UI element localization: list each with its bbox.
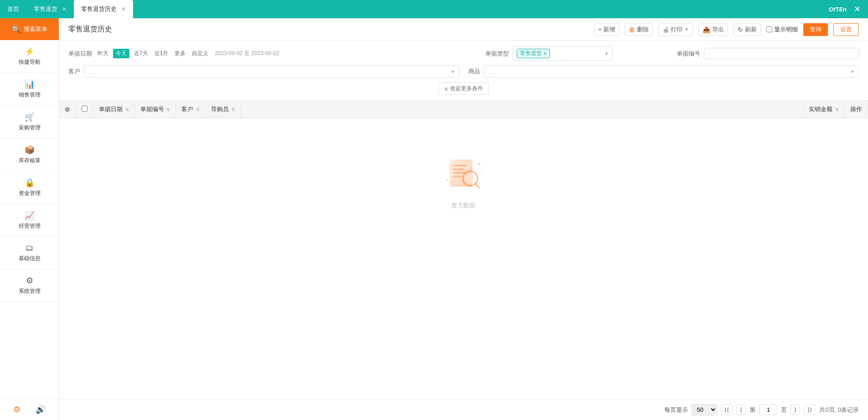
new-button-label: + 新增: [598, 26, 615, 34]
th-guide-label: 导购员: [211, 106, 229, 113]
top-bar-right: OfTEn ✕: [829, 5, 868, 13]
th-guide-sort-icon[interactable]: ⇅: [231, 107, 235, 112]
tab-retail-return-close[interactable]: ✕: [62, 6, 67, 12]
th-doc-no-sort-icon[interactable]: ⇅: [166, 107, 170, 112]
th-customer-label: 客户: [181, 106, 193, 113]
sidebar-item-quick-nav[interactable]: ⚡ 快捷导航: [0, 40, 59, 73]
sidebar-item-basic-info[interactable]: 🗂 基础信息: [0, 237, 59, 269]
search-icon: 🔍: [12, 25, 21, 34]
last-page-button[interactable]: ⟩⟩: [804, 405, 816, 415]
collapse-filter-button[interactable]: ∧ 收起更多条件: [438, 82, 489, 95]
delete-button[interactable]: 🗑 删除: [625, 23, 653, 36]
export-button-label: 导出: [712, 26, 724, 34]
doc-no-input[interactable]: [704, 48, 859, 59]
often-label: OfTEn: [829, 6, 847, 13]
sales-mgmt-icon: 📊: [25, 79, 35, 89]
th-doc-date-sort-icon[interactable]: ⇅: [125, 107, 129, 112]
total-records-info: 共0页, 0条记录: [819, 406, 859, 414]
svg-rect-4: [453, 176, 462, 177]
select-all-checkbox[interactable]: [82, 106, 87, 112]
new-button[interactable]: + 新增: [594, 23, 619, 36]
print-button-label: 打印: [671, 26, 683, 34]
system-mgmt-icon: ⚙: [26, 276, 33, 286]
filter-row-2: 客户 … ▼ 商品 … ▼: [68, 65, 859, 78]
print-button[interactable]: 🖨 打印 ▼: [658, 23, 693, 36]
th-amount: 实销金额 ⇅: [803, 101, 845, 118]
column-settings-icon[interactable]: ⚙: [65, 106, 70, 113]
th-doc-no: 单据编号 ⇅: [134, 101, 176, 118]
empty-state-illustration: [441, 155, 486, 196]
th-actions-label: 操作: [850, 106, 862, 113]
query-button[interactable]: 查询: [803, 23, 828, 36]
date-option-yesterday[interactable]: 昨天: [96, 49, 110, 58]
tab-retail-return[interactable]: 零售退货 ✕: [26, 0, 74, 18]
doc-type-tag-close[interactable]: ✕: [543, 51, 547, 56]
th-amount-sort-icon[interactable]: ⇅: [835, 107, 839, 112]
tab-home[interactable]: 首页: [0, 0, 26, 18]
date-option-today[interactable]: 今天: [113, 49, 129, 58]
operations-label: 经营管理: [19, 222, 41, 230]
date-option-more[interactable]: 更多: [173, 49, 187, 58]
th-settings[interactable]: ⚙: [59, 101, 76, 118]
settings-button[interactable]: 设置: [833, 23, 859, 36]
doc-type-select[interactable]: 零售退货 ✕ ▼: [513, 46, 613, 61]
prev-page-button[interactable]: ⟨: [736, 405, 746, 415]
th-customer-sort-icon[interactable]: ⇅: [196, 107, 200, 112]
collapse-filter-label: 收起更多条件: [450, 85, 483, 92]
tab-home-label: 首页: [7, 5, 19, 13]
sidebar-item-system-mgmt[interactable]: ⚙ 系统管理: [0, 269, 59, 302]
export-icon: 📤: [703, 26, 710, 33]
date-option-1month[interactable]: 近1月: [153, 49, 170, 58]
th-doc-date-label: 单据日期: [99, 106, 123, 113]
customer-select[interactable]: … ▼: [84, 65, 459, 78]
page-number-input[interactable]: [759, 405, 777, 415]
page-size-select[interactable]: 20 50 100: [692, 404, 717, 415]
next-page-button[interactable]: ⟩: [791, 405, 800, 415]
tab-retail-return-history[interactable]: 零售退货历史 ✕: [74, 0, 133, 18]
date-range-display: 2023-06-02 至 2023-06-02: [215, 50, 279, 57]
pagination-bar: 每页显示 20 50 100 ⟨⟨ ⟨ 第 页 ⟩ ⟩⟩ 共0页, 0条记录: [59, 399, 868, 420]
customer-filter-field: 客户 … ▼: [68, 65, 459, 78]
finance-icon: 🔒: [25, 178, 35, 188]
svg-point-9: [447, 179, 448, 181]
goods-placeholder: …: [488, 67, 495, 76]
th-actions: 操作: [845, 101, 868, 118]
settings-button-label: 设置: [840, 26, 852, 33]
sidebar-search[interactable]: 🔍 搜索菜单: [0, 18, 59, 40]
volume-icon[interactable]: 🔊: [36, 405, 46, 415]
sidebar-item-sales-mgmt[interactable]: 📊 销售管理: [0, 73, 59, 106]
table-header-row: ⚙ 单据日期 ⇅ 单据编号 ⇅: [59, 101, 868, 118]
th-amount-label: 实销金额: [809, 106, 832, 113]
sidebar-item-purchase-mgmt[interactable]: 🛒 采购管理: [0, 106, 59, 138]
tab-retail-return-history-close[interactable]: ✕: [121, 6, 126, 12]
empty-state: 暂无数据: [59, 118, 868, 246]
data-table: ⚙ 单据日期 ⇅ 单据编号 ⇅: [59, 101, 868, 246]
th-checkbox[interactable]: [76, 101, 93, 118]
first-page-button[interactable]: ⟨⟨: [721, 405, 733, 415]
goods-chevron-icon: ▼: [850, 69, 855, 74]
settings-bottom-icon[interactable]: ⚙: [13, 405, 21, 415]
export-button[interactable]: 📤 导出: [699, 23, 728, 36]
sidebar: 🔍 搜索菜单 ⚡ 快捷导航 📊 销售管理 🛒 采购管理 📦 库存核算 🔒: [0, 18, 59, 420]
page-title: 零售退货历史: [68, 25, 112, 34]
sidebar-item-finance[interactable]: 🔒 资金管理: [0, 171, 59, 204]
doc-no-label: 单据编号: [677, 50, 700, 58]
table-body: 暂无数据: [59, 118, 868, 246]
sidebar-item-operations[interactable]: 📈 经营管理: [0, 204, 59, 237]
system-mgmt-label: 系统管理: [19, 287, 41, 295]
quick-nav-icon: ⚡: [25, 46, 35, 56]
collapse-up-icon: ∧: [444, 86, 448, 92]
window-close-button[interactable]: ✕: [854, 5, 861, 13]
th-doc-date: 单据日期 ⇅: [93, 101, 135, 118]
sidebar-item-inventory[interactable]: 📦 库存核算: [0, 138, 59, 171]
display-detail-checkbox[interactable]: [766, 26, 772, 32]
tab-list: 首页 零售退货 ✕ 零售退货历史 ✕: [0, 0, 829, 18]
date-option-7days[interactable]: 近7天: [132, 49, 150, 58]
goods-select[interactable]: … ▼: [484, 65, 859, 78]
filter-row-1: 单据日期 昨天 今天 近7天 近1月 更多 自定义 2023-06-02 至 2…: [68, 46, 859, 61]
date-option-custom[interactable]: 自定义: [190, 49, 210, 58]
refresh-button[interactable]: ↻ 刷新: [734, 23, 761, 36]
page-actions: + 新增 🗑 删除 🖨 打印 ▼ 📤 导出 ↻ 刷新: [594, 23, 859, 36]
th-spacer: [241, 101, 803, 118]
date-filter-field: 单据日期 昨天 今天 近7天 近1月 更多 自定义 2023-06-02 至 2…: [68, 49, 476, 58]
